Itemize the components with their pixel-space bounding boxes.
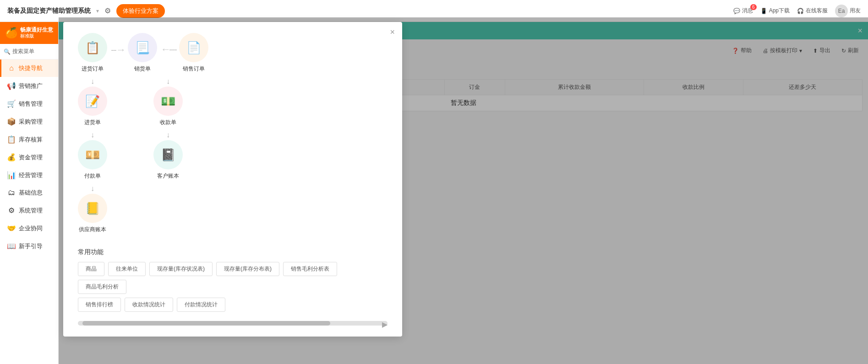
settings-icon[interactable]: ⚙ — [104, 6, 111, 15]
sidebar-item-system[interactable]: ⚙ 系统管理 — [0, 201, 58, 219]
system-dropdown-arrow[interactable]: ▾ — [96, 8, 99, 14]
func-btn-product[interactable]: 商品 — [78, 262, 104, 276]
sidebar-item-label-purchase: 采购管理 — [19, 118, 43, 126]
top-bar-right: 💬 消息 6 📱 App下载 🎧 在线客服 Ea 用友 — [733, 5, 861, 17]
func-buttons-row: 商品 往来单位 现存量(库存状况表) 现存量(库存分布表) 销售毛利分析表 商品… — [78, 262, 388, 294]
flow-customer-ledger[interactable]: 📓 客户账本 — [153, 140, 183, 180]
megaphone-icon: 📢 — [7, 81, 16, 90]
sales-order-icon: 📄 — [179, 33, 208, 62]
flow-receipt[interactable]: 💵 收款单 — [153, 87, 183, 126]
flow-purchase-order[interactable]: 📋 进货订单 — [78, 33, 107, 73]
online-service-label: 在线客服 — [806, 7, 828, 15]
clipboard-icon: 📋 — [7, 135, 16, 144]
search-menu-btn[interactable]: 🔍 搜索菜单 — [0, 44, 58, 60]
scroll-right-arrow[interactable]: ▶ — [382, 320, 388, 329]
sidebar-item-marketing[interactable]: 📢 营销推广 — [0, 77, 58, 95]
handshake-icon: 🤝 — [7, 224, 16, 233]
scroll-thumb — [82, 321, 330, 326]
sidebar-item-operation[interactable]: 📊 经营管理 — [0, 166, 58, 184]
logo-brand: 畅康通好生意 — [20, 27, 53, 33]
sidebar-item-label-enterprise: 企业协同 — [19, 224, 43, 233]
user-initial: Ea — [838, 8, 845, 14]
sidebar-item-sales[interactable]: 🛒 销售管理 — [0, 95, 58, 113]
dashed-arrow-right-1: - - → — [111, 44, 124, 56]
book-icon: 📖 — [7, 242, 16, 250]
app-download-btn[interactable]: 📱 App下载 — [760, 7, 790, 15]
modal-overlay[interactable]: × 📋 进货订单 ↓ 📝 进货单 ↓ 💴 付款单 ↓ — [59, 17, 868, 364]
sidebar-item-label-sales: 销售管理 — [19, 100, 43, 108]
sidebar-item-label-quick-nav: 快捷导航 — [19, 64, 43, 72]
sales-receipt-icon: 📃 — [128, 33, 157, 62]
sidebar-item-inventory[interactable]: 📋 库存核算 — [0, 130, 58, 148]
func-btn-product-gross[interactable]: 商品毛利分析 — [78, 280, 126, 294]
search-icon: 🔍 — [4, 49, 11, 55]
receipt-label: 收款单 — [160, 119, 176, 126]
func-btn-stock-status[interactable]: 现存量(库存状况表) — [149, 262, 213, 276]
arrow-down-2: ↓ — [91, 131, 94, 139]
headset-icon: 🎧 — [797, 8, 804, 14]
sidebar-item-purchase[interactable]: 📦 采购管理 — [0, 113, 58, 130]
receipt-icon: 💵 — [153, 87, 183, 116]
flow-purchase-receipt[interactable]: 📝 进货单 — [78, 87, 107, 126]
app-download-label: App下载 — [769, 7, 790, 15]
customer-ledger-icon: 📓 — [153, 140, 183, 169]
top-bar-left: 装备及固定资产辅助管理系统 ▾ ⚙ 体验行业方案 — [7, 4, 165, 18]
avatar: Ea — [835, 5, 848, 17]
sidebar-item-label-operation: 经营管理 — [19, 171, 43, 179]
scroll-track[interactable]: ▶ — [78, 321, 388, 326]
flow-supplier-ledger[interactable]: 📒 供应商账本 — [78, 194, 107, 234]
purchase-order-label: 进货订单 — [82, 65, 104, 73]
sidebar-item-enterprise[interactable]: 🤝 企业协同 — [0, 219, 58, 237]
sidebar-item-label-guide: 新手引导 — [19, 242, 43, 250]
arrow-down-3: ↓ — [91, 185, 94, 193]
func-btn-stock-dist[interactable]: 现存量(库存分布表) — [216, 262, 279, 276]
search-menu-label: 搜索菜单 — [12, 48, 34, 55]
flow-payment[interactable]: 💴 付款单 — [78, 140, 107, 180]
online-service-btn[interactable]: 🎧 在线客服 — [797, 7, 828, 15]
arrow-down-1: ↓ — [91, 77, 94, 86]
func-btn-sales-rank[interactable]: 销售排行榜 — [78, 298, 121, 312]
sidebar-logo: 🍊 畅康通好生意 标准版 — [0, 22, 58, 44]
message-badge: 6 — [750, 4, 757, 10]
func-btn-payment-stats[interactable]: 付款情况统计 — [177, 298, 225, 312]
user-name: 用友 — [850, 7, 861, 15]
flow-sales-order[interactable]: 📄 销售订单 — [179, 33, 208, 73]
sidebar-item-basic-info[interactable]: 🗂 基础信息 — [0, 184, 58, 201]
common-functions-section: 常用功能 商品 往来单位 现存量(库存状况表) 现存量(库存分布表) 销售毛利分… — [78, 248, 388, 312]
sidebar-item-label-marketing: 营销推广 — [19, 82, 43, 90]
purchase-receipt-label: 进货单 — [84, 119, 101, 126]
arrow-down-sales: ↓ — [166, 77, 170, 86]
func-btn-sales-gross[interactable]: 销售毛利分析表 — [283, 262, 337, 276]
func-btn-receipt-stats[interactable]: 收款情况统计 — [125, 298, 173, 312]
common-functions-title: 常用功能 — [78, 248, 388, 256]
money-icon: 💰 — [7, 153, 16, 162]
sidebar-item-label-finance: 资金管理 — [19, 153, 43, 162]
logo-sub: 标准版 — [20, 33, 53, 39]
purchase-order-icon: 📋 — [78, 33, 107, 62]
chart-icon: 📊 — [7, 171, 16, 179]
flow-sales-receipt[interactable]: 📃 销货单 — [128, 33, 157, 73]
system-title: 装备及固定资产辅助管理系统 — [7, 7, 91, 15]
sales-order-label: 销售订单 — [183, 65, 205, 73]
modal-close-btn[interactable]: × — [390, 27, 395, 37]
payment-icon: 💴 — [78, 140, 107, 169]
customer-ledger-label: 客户账本 — [157, 172, 179, 180]
cart-icon: 🛒 — [7, 99, 16, 108]
folder-icon: 🗂 — [7, 189, 16, 197]
home-icon: ⌂ — [7, 64, 16, 72]
arrow-down-receipt: ↓ — [166, 131, 170, 139]
sidebar-item-quick-nav[interactable]: ⌂ 快捷导航 — [0, 60, 58, 77]
func-buttons-row-2: 销售排行榜 收款情况统计 付款情况统计 — [78, 298, 388, 312]
sidebar-item-finance[interactable]: 💰 资金管理 — [0, 148, 58, 166]
sidebar-item-label-system: 系统管理 — [19, 206, 43, 215]
sidebar-item-guide[interactable]: 📖 新手引导 — [0, 237, 58, 255]
experience-btn[interactable]: 体验行业方案 — [116, 4, 165, 18]
sidebar: 🍊 畅康通好生意 标准版 🔍 搜索菜单 ⌂ 快捷导航 📢 营销推广 🛒 销售 — [0, 22, 59, 364]
flow-modal: × 📋 进货订单 ↓ 📝 进货单 ↓ 💴 付款单 ↓ — [63, 22, 402, 337]
message-icon: 💬 — [733, 8, 740, 14]
supplier-ledger-icon: 📒 — [78, 194, 107, 223]
user-profile[interactable]: Ea 用友 — [835, 5, 861, 17]
box-icon: 📦 — [7, 117, 16, 126]
func-btn-partner[interactable]: 往来单位 — [108, 262, 146, 276]
message-btn[interactable]: 💬 消息 6 — [733, 7, 753, 15]
